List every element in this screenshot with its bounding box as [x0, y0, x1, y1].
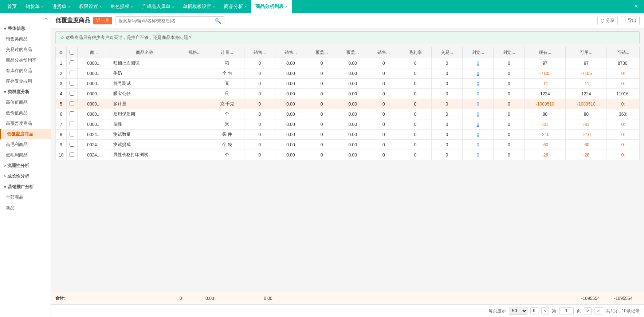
row-checkbox[interactable]: [67, 99, 78, 109]
row-checkbox[interactable]: [67, 89, 78, 99]
th-sales-rate[interactable]: 销售...: [368, 47, 399, 58]
row-sales-rate: 0: [368, 89, 399, 99]
total-sales-amt: 0.00: [195, 296, 224, 301]
sidebar-item-high-value[interactable]: 高价值商品: [0, 97, 51, 108]
sidebar-item-high-margin[interactable]: 高毛利商品: [0, 139, 51, 150]
total-label: 合计:: [55, 295, 66, 301]
row-checkbox[interactable]: [67, 150, 78, 160]
row-browse1[interactable]: 0: [463, 68, 494, 79]
page-size-select[interactable]: 50 20 100 200: [509, 307, 527, 315]
next-page-button[interactable]: >: [584, 307, 592, 314]
nav-sales-order[interactable]: 销货单 ×: [21, 0, 48, 13]
close-product-entry-icon[interactable]: ×: [172, 4, 174, 9]
row-spec: [179, 99, 210, 109]
sidebar-item-low-margin[interactable]: 低毛利商品: [0, 150, 51, 161]
row-gross-margin: 0: [399, 140, 431, 150]
th-cov1[interactable]: 覆盖...: [306, 47, 337, 58]
sidebar-item-all-goods[interactable]: 全部商品: [0, 192, 51, 203]
nav-role-auth[interactable]: 角色授权 ×: [106, 0, 137, 13]
th-settings[interactable]: ⚙: [56, 47, 67, 58]
sidebar-collapse-button[interactable]: «: [0, 13, 51, 23]
th-trans[interactable]: 交易...: [431, 47, 462, 58]
last-page-button[interactable]: >|: [594, 307, 603, 314]
row-browse1[interactable]: 0: [463, 79, 494, 89]
row-checkbox[interactable]: [67, 79, 78, 89]
period-button[interactable]: 近一月: [93, 17, 112, 24]
row-browse1[interactable]: 0: [463, 89, 494, 99]
nav-product-analysis-list[interactable]: 商品分析列表 ×: [251, 0, 292, 13]
nav-product-analysis[interactable]: 商品分析 ×: [220, 0, 251, 13]
row-checkbox[interactable]: [67, 130, 78, 140]
export-button[interactable]: ↑ 导出: [621, 16, 640, 25]
row-no: 9: [56, 140, 67, 150]
search-icon[interactable]: 🔍: [215, 18, 221, 24]
sidebar-item-low-coverage[interactable]: 低覆盖度商品: [0, 129, 51, 139]
section-arrow-flow: >: [4, 164, 6, 168]
th-unit[interactable]: 计量...: [210, 47, 244, 58]
th-sales-qty[interactable]: 销售...: [244, 47, 275, 58]
sidebar-item-new-goods[interactable]: 新品: [0, 203, 51, 213]
close-role-auth-icon[interactable]: ×: [131, 4, 133, 9]
nav-permission-settings[interactable]: 权限设置 ×: [75, 0, 106, 13]
first-page-button[interactable]: K: [530, 307, 538, 314]
sidebar-item-sales-goods[interactable]: 销售类商品: [0, 34, 51, 44]
sidebar-section-marketing[interactable]: ∨ 营销推广分析: [0, 182, 51, 192]
row-browse1[interactable]: 0: [463, 109, 494, 119]
sidebar-section-overall[interactable]: ∨ 整体信息: [0, 23, 51, 34]
th-code[interactable]: 商...: [78, 47, 110, 58]
close-sales-order-icon[interactable]: ×: [41, 4, 43, 9]
th-spec[interactable]: 规格...: [179, 47, 210, 58]
nav-purchase-order[interactable]: 进货单 ×: [48, 0, 74, 13]
row-browse1[interactable]: 0: [463, 99, 494, 109]
select-all-checkbox[interactable]: [70, 50, 74, 55]
row-checkbox[interactable]: [67, 58, 78, 68]
close-permission-icon[interactable]: ×: [99, 4, 102, 9]
row-checkbox[interactable]: [67, 119, 78, 130]
window-close-button[interactable]: ×: [631, 3, 641, 10]
sidebar-item-high-coverage[interactable]: 高覆盖度商品: [0, 118, 51, 129]
th-saleable[interactable]: 可销...: [607, 47, 640, 58]
sidebar-item-traded-goods[interactable]: 交易过的商品: [0, 44, 51, 55]
row-checkbox[interactable]: [67, 140, 78, 150]
th-available-stock[interactable]: 可用...: [566, 47, 607, 58]
close-template-icon[interactable]: ×: [213, 4, 215, 9]
sidebar-section-cluster[interactable]: ∨ 类群度分析: [0, 87, 51, 97]
sidebar-section-flow[interactable]: > 流通性分析: [0, 161, 51, 171]
th-sales-amt[interactable]: 销售...: [275, 47, 306, 58]
sidebar-item-low-value[interactable]: 低价值商品: [0, 108, 51, 118]
sidebar-item-stocked-goods[interactable]: 有库存的商品: [0, 66, 51, 76]
prev-page-button[interactable]: <: [541, 307, 549, 314]
row-checkbox[interactable]: [67, 68, 78, 79]
th-checkbox[interactable]: [67, 47, 78, 58]
export-icon: ↑: [624, 18, 626, 23]
th-cov2[interactable]: 覆盖...: [337, 47, 368, 58]
close-analysis-icon[interactable]: ×: [244, 4, 247, 9]
row-browse1[interactable]: 0: [463, 119, 494, 130]
share-button[interactable]: ⬡ 分享: [597, 16, 618, 25]
row-current-stock: -28: [525, 150, 566, 160]
total-current-stock: -1095554: [574, 296, 607, 301]
row-browse1[interactable]: 0: [463, 150, 494, 160]
th-browse1[interactable]: 浏览...: [463, 47, 494, 58]
row-browse1[interactable]: 0: [463, 130, 494, 140]
row-cov1: 0: [306, 150, 337, 160]
th-name[interactable]: 商品名称: [110, 47, 179, 58]
row-browse1[interactable]: 0: [463, 140, 494, 150]
sidebar-item-stock-capital[interactable]: 库存资金占用: [0, 76, 51, 87]
close-purchase-order-icon[interactable]: ×: [68, 4, 70, 9]
row-gross-margin: 0: [399, 58, 431, 68]
sidebar-section-growth[interactable]: > 成长性分析: [0, 171, 51, 182]
nav-template-settings[interactable]: 单据模板设置 ×: [178, 0, 219, 13]
close-analysis-list-icon[interactable]: ×: [285, 4, 287, 9]
search-input[interactable]: [118, 18, 215, 23]
nav-home[interactable]: 首页: [3, 0, 21, 13]
row-checkbox[interactable]: [67, 109, 78, 119]
page-number-input[interactable]: [559, 307, 574, 314]
th-current-stock[interactable]: 现有...: [525, 47, 566, 58]
sidebar-item-category-rate[interactable]: 商品分类动销率: [0, 55, 51, 66]
row-trans: 0: [431, 119, 462, 130]
row-browse1[interactable]: 0: [463, 58, 494, 68]
th-browse2[interactable]: 浏览...: [494, 47, 525, 58]
th-gross-margin[interactable]: 毛利率: [399, 47, 431, 58]
nav-product-entry[interactable]: 产成品入库单 ×: [138, 0, 178, 13]
